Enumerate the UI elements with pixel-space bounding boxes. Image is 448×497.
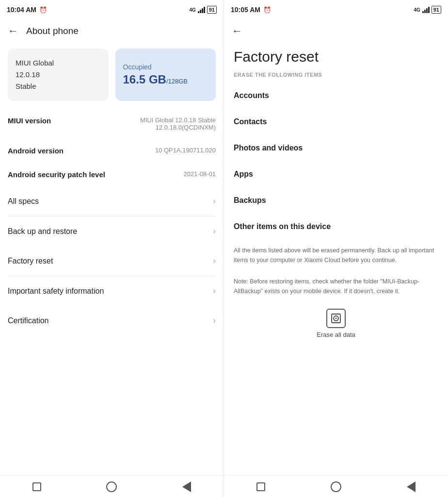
android-version-label: Android version [8,147,64,155]
backup-restore-label: Back up and restore [8,227,77,236]
right-back-button[interactable]: ← [232,25,242,37]
left-back-nav-button[interactable] [182,481,191,492]
storage-box: Occupied 16.5 GB /128GB [115,49,216,101]
right-alarm-icon: ⏰ [263,6,271,14]
certification-label: Certification [8,316,48,325]
svg-point-2 [336,318,337,319]
left-battery: 91 [207,6,217,14]
security-patch-label: Android security patch level [8,170,105,179]
left-recent-apps-button[interactable] [32,482,41,491]
erase-contacts: Contacts [224,109,448,135]
erase-all-button[interactable]: Erase all data [224,302,448,343]
security-patch-row: Android security patch level 2021-08-01 [0,163,224,186]
left-time: 10:04 AM [7,6,36,14]
storage-value: 16.5 GB [123,73,166,86]
right-time: 10:05 AM [231,6,260,14]
left-alarm-icon: ⏰ [39,6,47,14]
safety-info-chevron: › [213,286,216,296]
right-signal-bars [422,7,430,13]
factory-reset-label: Factory reset [8,257,53,265]
android-version-value: 10 QP1A.190711.020 [155,147,216,154]
security-patch-value: 2021-08-01 [184,170,216,178]
safety-info-label: Important safety information [8,287,104,296]
left-status-bar: 10:04 AM ⏰ 4G 91 [0,0,224,18]
miui-info-box: MIUI Global 12.0.18 Stable [8,49,109,101]
right-panel: 10:05 AM ⏰ 4G 91 ← Factory reset ERASE T… [224,0,448,497]
erase-note-2: Note: Before restoring items, check whet… [224,271,448,302]
left-home-button[interactable] [106,481,117,492]
factory-reset-item[interactable]: Factory reset › [0,246,224,276]
left-top-nav: ← About phone [0,18,224,44]
miui-version-row: MIUI version MIUI Global 12.0.18 Stable1… [0,109,224,139]
left-signal-bars [198,7,205,13]
erase-section-label: ERASE THE FOLLOWING ITEMS [224,72,448,83]
all-specs-label: All specs [8,197,39,206]
left-status-icons: 4G 91 [189,6,217,14]
miui-section: MIUI Global 12.0.18 Stable Occupied 16.5… [0,44,224,109]
left-page-title: About phone [26,26,79,36]
all-specs-item[interactable]: All specs › [0,186,224,216]
erase-note-1: All the items listed above will be erase… [224,240,448,271]
erase-apps: Apps [224,161,448,187]
erase-photos-videos: Photos and videos [224,135,448,161]
certification-chevron: › [213,315,216,326]
right-status-bar: 10:05 AM ⏰ 4G 91 [224,0,448,18]
factory-reset-chevron: › [213,256,216,266]
left-panel: 10:04 AM ⏰ 4G 91 ← About phone MIUI Glob… [0,0,224,497]
miui-line2: 12.0.18 [16,69,101,81]
android-version-row: Android version 10 QP1A.190711.020 [0,139,224,163]
right-status-icons: 4G 91 [414,6,441,14]
right-nav-bar [224,475,448,497]
erase-backups: Backups [224,187,448,214]
backup-restore-item[interactable]: Back up and restore › [0,216,224,246]
miui-version-label: MIUI version [8,116,51,125]
erase-accounts: Accounts [224,83,448,109]
backup-restore-chevron: › [213,226,216,236]
certification-item[interactable]: Certification › [0,306,224,335]
right-signal-label: 4G [414,7,420,13]
left-signal-label: 4G [189,7,195,13]
right-recent-apps-button[interactable] [256,482,265,491]
right-top-nav: ← [224,18,448,44]
erase-all-icon [326,309,346,328]
all-specs-chevron: › [213,196,216,206]
storage-label: Occupied [123,63,208,71]
right-home-button[interactable] [331,481,341,492]
left-back-button[interactable]: ← [8,25,18,37]
storage-total: /128GB [166,78,188,85]
right-back-nav-button[interactable] [407,481,416,492]
right-battery: 91 [432,6,441,14]
factory-reset-title: Factory reset [224,44,448,72]
miui-line1: MIUI Global [16,57,101,69]
erase-other-items: Other items on this device [224,214,448,240]
miui-line3: Stable [16,81,101,92]
left-nav-bar [0,475,224,497]
erase-all-label: Erase all data [317,331,355,338]
miui-version-value: MIUI Global 12.0.18 Stable12.0.18.0(QCDI… [140,116,216,131]
safety-info-item[interactable]: Important safety information › [0,276,224,306]
